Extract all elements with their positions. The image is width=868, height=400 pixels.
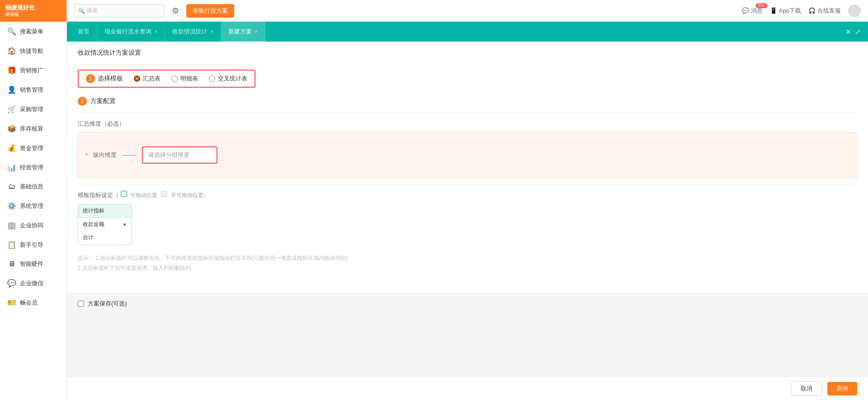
search-placeholder: 搜索 [87,7,98,14]
dim-row-label: 纵向维度 [93,151,117,159]
step2-header: 2 方案配置 [78,97,857,106]
dim-selector-placeholder: 请选择分组维度 [148,151,189,158]
metrics-label-text: 模板指标设定（ [78,192,119,198]
folder-icon: 🗂 [7,183,16,191]
drag-yes-indicator [121,191,127,197]
sidebar-item-label: 资金管理 [20,144,43,152]
sidebar-item-label: 基础信息 [20,183,43,191]
sidebar-item-label: 经营管理 [20,164,43,172]
settings-icon[interactable]: ⚙ [172,6,179,16]
search-menu-icon: 🔍 [7,27,16,36]
content-inner: 收款情况统计方案设置 1 选择模板 汇总表 [67,42,868,293]
logo-text: 畅捷通好生 [5,4,35,11]
radio-crosstab-label: 交叉统计表 [218,75,247,83]
main-area: 🔍 搜索 ⚙ 体验行业方案 💬 消息 99+ 📱 App下载 🎧 在线客服 首页 [67,0,868,400]
logo-badge: 标准版 [5,11,35,18]
download-button[interactable]: 📱 App下载 [770,7,801,15]
message-button[interactable]: 💬 消息 99+ [742,7,763,15]
money-icon: 💰 [7,144,16,152]
radio-detail-label: 明细表 [180,75,198,83]
download-label: App下载 [779,7,801,15]
query-button[interactable]: 查询 [827,382,857,395]
download-icon: 📱 [770,7,777,14]
save-checkbox[interactable] [78,301,84,307]
tab-bank-flow-close[interactable]: × [154,28,157,35]
hint-line-2: 2.点击标题栏下拉可设置排序、插入列和删除列 [78,264,857,273]
sidebar-item-label: 库存核算 [20,125,43,133]
tab-new-plan[interactable]: 新建方案 × [221,22,265,42]
sidebar-item-finance[interactable]: 💰 资金管理 [0,138,66,158]
step1-label: 选择模板 [98,75,123,83]
home-icon: 🏠 [7,47,16,55]
message-badge: 99+ [756,3,767,8]
sidebar-item-label: 企业协同 [20,221,43,230]
step1-header: 1 选择模板 汇总表 明细表 交叉统计表 [78,70,857,88]
radio-summary[interactable]: 汇总表 [134,75,160,83]
radio-summary-label: 汇总表 [143,75,160,83]
radio-detail[interactable]: 明细表 [171,75,198,83]
sidebar-item-marketing[interactable]: 🎁 营销推广 [0,61,66,80]
sidebar-item-label: 智能硬件 [20,260,43,268]
tab-home[interactable]: 首页 [71,22,97,42]
sidebar: 畅捷通好生 标准版 🔍 搜索菜单 🏠 快捷导航 🎁 营销推广 👤 销售管理 🛒 … [0,0,67,400]
hint-section: 提示： 1.拖动标题栏可以调整布局，不可跨维度或指标区域拖动栏目字段(只能在同一… [78,254,857,273]
content-area: 收款情况统计方案设置 1 选择模板 汇总表 [67,42,868,400]
trial-button[interactable]: 体验行业方案 [186,4,234,18]
sidebar-item-member[interactable]: 🎫 畅会员 [0,293,66,312]
stats-item-0[interactable]: 收款金额 ▼ [78,218,132,231]
chart-icon: 📊 [7,163,16,172]
close-window-icon[interactable]: ✕ [845,28,851,36]
metrics-section: 模板指标设定（ 可拖动位置 不可拖动位置） 统计指标 收款金额 [78,185,857,245]
tab-receipt-stats[interactable]: 收款情况统计 × [165,22,221,42]
sidebar-item-basic[interactable]: 🗂 基础信息 [0,177,66,196]
dropdown-icon-0[interactable]: ▼ [122,222,127,227]
sidebar-item-label: 畅会员 [20,299,38,307]
sidebar-item-sales[interactable]: 👤 销售管理 [0,80,66,99]
template-selection: 1 选择模板 汇总表 明细表 交叉统计表 [78,70,255,88]
drag-no-indicator [161,191,167,197]
stats-category-header: 统计指标 [78,204,132,218]
cancel-button[interactable]: 取消 [791,381,822,396]
sidebar-item-label: 营销推广 [20,66,43,75]
expand-window-icon[interactable]: ⤢ [855,28,861,36]
sidebar-item-wechat[interactable]: 💬 企业微信 [0,273,66,293]
guide-icon: 📋 [7,240,16,249]
cart-icon: 🛒 [7,105,16,113]
user-icon: 👤 [7,85,16,94]
search-box[interactable]: 🔍 搜索 [74,4,165,18]
sidebar-item-purchase[interactable]: 🛒 采购管理 [0,99,66,119]
sidebar-item-hardware[interactable]: 🖥 智能硬件 [0,254,66,273]
radio-summary-input[interactable] [134,75,140,82]
sidebar-item-label: 搜索菜单 [20,28,43,36]
service-button[interactable]: 🎧 在线客服 [808,7,841,15]
sidebar-item-operations[interactable]: 📊 经营管理 [0,158,66,177]
sidebar-item-label: 采购管理 [20,105,43,113]
tab-new-plan-label: 新建方案 [228,28,252,36]
dimension-subsection: 汇总维度（必选） * 纵向维度 —— 请选择分组维度 [78,120,857,178]
sidebar-item-guide[interactable]: 📋 新手引导 [0,235,66,254]
sidebar-item-corp[interactable]: 🏢 企业协同 [0,216,66,235]
tab-new-plan-close[interactable]: × [255,28,258,35]
search-icon: 🔍 [78,8,85,14]
sidebar-item-search-menu[interactable]: 🔍 搜索菜单 [0,22,66,41]
sidebar-item-quick-nav[interactable]: 🏠 快捷导航 [0,41,66,61]
avatar[interactable] [848,5,861,17]
radio-crosstab[interactable]: 交叉统计表 [209,75,247,83]
hint-line-1: 提示： 1.拖动标题栏可以调整布局，不可跨维度或指标区域拖动栏目字段(只能在同一… [78,254,857,264]
tabbar-actions: ✕ ⤢ [845,28,864,36]
sidebar-item-label: 新手引导 [20,241,43,249]
radio-crosstab-input[interactable] [209,75,215,82]
sidebar-item-label: 系统管理 [20,202,43,210]
drag-yes-text: 可拖动位置 [130,192,157,198]
save-label[interactable]: 方案保存(可选) [88,300,127,308]
tab-receipt-stats-close[interactable]: × [210,28,213,35]
sidebar-item-system[interactable]: ⚙️ 系统管理 [0,196,66,216]
drag-no-text: 不可拖动位置） [171,192,209,198]
service-label: 在线客服 [817,7,841,15]
dim-selector[interactable]: 请选择分组维度 [142,146,217,164]
radio-detail-input[interactable] [171,75,178,82]
step2-label: 方案配置 [90,97,116,105]
tabbar: 首页 现金银行流水查询 × 收款情况统计 × 新建方案 × ✕ ⤢ [67,22,868,42]
tab-bank-flow[interactable]: 现金银行流水查询 × [97,22,165,42]
sidebar-item-inventory[interactable]: 📦 库存核算 [0,119,66,138]
